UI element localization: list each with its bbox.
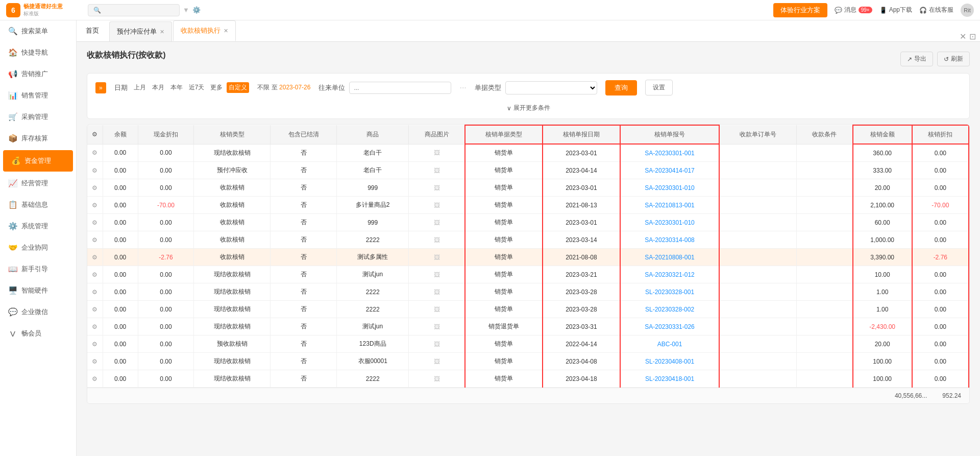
sidebar-label-6: 资金管理 [24, 156, 51, 165]
tab-bar: 首页 预付冲应付单 ✕ 收款核销执行 ✕ ✕ ⊡ [77, 20, 980, 42]
sidebar-item-10[interactable]: 🤝企业协同 [0, 237, 76, 258]
date-label: 日期 [114, 83, 128, 92]
query-btn[interactable]: 查询 [605, 80, 637, 95]
td-cancel-discount: 0.00 [912, 144, 969, 162]
td-goods: 2222 [337, 283, 409, 301]
sidebar-icon-8: 📋 [8, 200, 17, 209]
tab-cancel[interactable]: 收款核销执行 ✕ [173, 20, 236, 41]
td-receipt-condition [796, 353, 852, 370]
sidebar-item-14[interactable]: V畅会员 [0, 323, 76, 344]
data-table: ⚙ 余额 现金折扣 核销类型 包含已结清 商品 商品图片 核销单据类型 核销单报… [87, 125, 969, 388]
td-cash-discount: 0.00 [138, 283, 194, 301]
refresh-btn[interactable]: ↺ 刷新 [937, 52, 970, 66]
date-btn-last-month[interactable]: 上月 [132, 82, 148, 93]
tab-close-prepay[interactable]: ✕ [160, 29, 164, 35]
sidebar-item-4[interactable]: 🛒采购管理 [0, 106, 76, 128]
main-layout: 🔍搜索菜单🏠快捷导航📢营销推广📊销售管理🛒采购管理📦库存核算💰资金管理📈经营管理… [0, 20, 980, 456]
td-goods-image: 🖼 [409, 179, 465, 197]
sidebar-item-0[interactable]: 🔍搜索菜单 [0, 20, 76, 42]
order-type-select[interactable] [505, 81, 597, 94]
td-settings: ⚙ [87, 266, 103, 283]
tab-close-all-btn[interactable]: ✕ [960, 32, 966, 41]
td-cancel-amount: 1.00 [853, 301, 912, 318]
td-settings: ⚙ [87, 370, 103, 388]
settings-btn[interactable]: 设置 [645, 80, 673, 95]
date-btn-this-month[interactable]: 本月 [150, 82, 166, 93]
td-cash-discount: -70.00 [138, 197, 194, 214]
sidebar-item-2[interactable]: 📢营销推广 [0, 63, 76, 85]
sidebar-item-7[interactable]: 📈经营管理 [0, 173, 76, 194]
sidebar-label-4: 采购管理 [21, 112, 48, 122]
td-balance: 0.00 [103, 283, 138, 301]
settings-icon[interactable]: ⚙️ [192, 6, 201, 14]
th-cancel-order-date: 核销单报日期 [543, 125, 620, 144]
sidebar-label-14: 畅会员 [21, 329, 41, 338]
table-row: ⚙ 0.00 0.00 现结收款核销 否 测试jun 🖼 销货单 2023-03… [87, 266, 969, 283]
td-receipt-condition [796, 318, 852, 335]
date-btn-this-year[interactable]: 本年 [168, 82, 185, 93]
date-btn-custom[interactable]: 自定义 [227, 82, 249, 93]
table-container: ⚙ 余额 现金折扣 核销类型 包含已结清 商品 商品图片 核销单据类型 核销单报… [87, 124, 970, 404]
message-action[interactable]: 💬 消息 99+ [835, 6, 872, 14]
th-cash-discount: 现金折扣 [138, 125, 194, 144]
td-cancel-order-type: 销货单 [465, 162, 543, 179]
date-btn-more[interactable]: 更多 [208, 82, 225, 93]
tab-home[interactable]: 首页 [77, 21, 108, 41]
user-avatar[interactable]: Rit [961, 4, 974, 17]
sidebar-item-1[interactable]: 🏠快捷导航 [0, 42, 76, 63]
td-cancel-order-date: 2023-03-21 [543, 266, 620, 283]
sidebar-label-7: 经营管理 [21, 179, 48, 188]
table-row: ⚙ 0.00 0.00 收款核销 否 999 🖼 销货单 2023-03-01 … [87, 214, 969, 231]
partner-input[interactable] [349, 82, 451, 94]
td-cancel-order-no: SL-20230408-001 [620, 353, 720, 370]
dropdown-arrow[interactable]: ▼ [183, 6, 189, 14]
sidebar-item-5[interactable]: 📦库存核算 [0, 128, 76, 149]
table-row: ⚙ 0.00 0.00 预付冲应收 否 老白干 🖼 销货单 2023-04-14… [87, 162, 969, 179]
sidebar-icon-11: 📖 [8, 265, 17, 274]
tab-close-cancel[interactable]: ✕ [224, 28, 228, 34]
td-include-settled: 否 [271, 301, 337, 318]
sidebar-item-13[interactable]: 💬企业微信 [0, 301, 76, 323]
sidebar-item-12[interactable]: 🖥️智能硬件 [0, 280, 76, 301]
sidebar-label-2: 营销推广 [21, 69, 48, 79]
sidebar-item-9[interactable]: ⚙️系统管理 [0, 215, 76, 237]
footer-cancel-amount: 40,556,66... [895, 392, 927, 399]
tab-prepay[interactable]: 预付冲应付单 ✕ [109, 21, 172, 41]
headset-icon: 🎧 [919, 7, 927, 14]
td-cash-discount: 0.00 [138, 318, 194, 335]
online-service-action[interactable]: 🎧 在线客服 [919, 6, 953, 14]
td-receipt-order-no [719, 283, 796, 301]
td-cancel-amount: -2,430.00 [853, 318, 912, 335]
td-goods: 老白干 [337, 162, 409, 179]
td-goods: 123D商品 [337, 335, 409, 353]
filter-more-row: ∨ 展开更多条件 [95, 100, 961, 112]
td-include-settled: 否 [271, 214, 337, 231]
sidebar-item-11[interactable]: 📖新手引导 [0, 258, 76, 280]
search-icon: 🔍 [93, 7, 101, 14]
top-search-area: 🔍 ▼ ⚙️ [88, 4, 768, 16]
top-search-box[interactable]: 🔍 [88, 4, 180, 16]
expand-btn[interactable]: ∨ 展开更多条件 [507, 104, 550, 112]
th-receipt-order-no: 收款单订单号 [719, 125, 796, 144]
sidebar-item-8[interactable]: 📋基础信息 [0, 194, 76, 215]
sidebar-item-6[interactable]: 💰资金管理 [3, 150, 73, 172]
td-balance: 0.00 [103, 144, 138, 162]
message-badge: 99+ [859, 7, 872, 13]
app-download-action[interactable]: 📱 App下载 [879, 6, 912, 14]
sidebar-icon-3: 📊 [8, 91, 17, 100]
td-goods-image: 🖼 [409, 335, 465, 353]
sidebar-label-11: 新手引导 [21, 265, 48, 274]
td-cancel-order-type: 销货单 [465, 179, 543, 197]
td-cash-discount: 0.00 [138, 144, 194, 162]
th-goods-image: 商品图片 [409, 125, 465, 144]
date-btn-7days[interactable]: 近7天 [187, 82, 207, 93]
export-btn[interactable]: ↗ 导出 [900, 52, 933, 66]
collapse-btn[interactable]: » [95, 82, 106, 93]
td-cancel-discount: 0.00 [912, 301, 969, 318]
td-receipt-order-no [719, 179, 796, 197]
sidebar-item-3[interactable]: 📊销售管理 [0, 85, 76, 106]
industry-btn[interactable]: 体验行业方案 [773, 3, 827, 17]
tab-maximize-btn[interactable]: ⊡ [969, 32, 976, 41]
td-goods: 测试多属性 [337, 249, 409, 266]
page-title: 收款核销执行(按收款) [87, 50, 166, 61]
